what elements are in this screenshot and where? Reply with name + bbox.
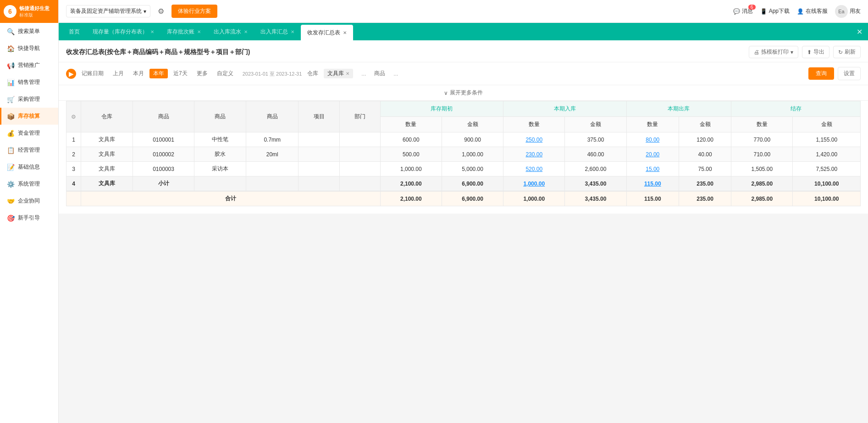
th-bal-amt: 金额 <box>793 117 861 132</box>
row-out-qty[interactable]: 80.00 <box>626 132 679 147</box>
row-goods-spec <box>246 162 299 176</box>
tab-close-icon[interactable]: ✕ <box>150 29 154 34</box>
tab-close-icon[interactable]: ✕ <box>197 29 201 34</box>
sidebar-item-operations[interactable]: 📋 经营管理 <box>0 142 58 159</box>
table-container: ⚙ 仓库 商品 商品 商品 项目 部门 库存期初 本期入库 本期出库 结存 <box>59 101 868 214</box>
row-project <box>299 147 339 162</box>
total-in-qty: 1,000.00 <box>503 191 565 206</box>
sidebar-item-purchase[interactable]: 🛒 采购管理 <box>0 91 58 108</box>
tab-close-icon[interactable]: ✕ <box>244 29 248 34</box>
expand-down-icon: ∨ <box>444 90 448 96</box>
subtotal-out-qty[interactable]: 115.00 <box>626 176 679 192</box>
refresh-button[interactable]: ↻ 刷新 <box>833 46 861 58</box>
sidebar-logo: 6 畅捷通好生意 标准版 <box>0 0 58 23</box>
tab-inventory-dist[interactable]: 现存量（库存分布表） ✕ <box>86 23 160 40</box>
shortcut-last-month[interactable]: 上月 <box>109 69 127 78</box>
tab-in-out-summary-label: 出入库汇总 <box>260 28 288 36</box>
data-table: ⚙ 仓库 商品 商品 商品 项目 部门 库存期初 本期入库 本期出库 结存 <box>66 101 861 206</box>
expand-more-button[interactable]: ∨ 展开更多条件 <box>438 87 488 99</box>
sidebar-item-basic[interactable]: 📝 基础信息 <box>0 159 58 176</box>
operations-icon: 📋 <box>7 147 14 154</box>
row-in-qty[interactable]: 520.00 <box>503 162 565 176</box>
row-goods-code: 0100003 <box>133 162 194 176</box>
page-header: 收发存汇总表(按仓库＋商品编码＋商品＋规格型号＋项目＋部门) 🖨 拣模板打印 ▾… <box>59 40 868 62</box>
tabs-close-all-btn[interactable]: ✕ <box>851 27 868 36</box>
sidebar-item-label: 营销推广 <box>18 61 40 69</box>
row-open-qty: 1,000.00 <box>380 162 442 176</box>
guide-icon: 🎯 <box>7 214 14 222</box>
message-btn[interactable]: 💬 消息 6 <box>733 7 753 15</box>
online-service-label: 在线客服 <box>806 7 828 15</box>
tab-in-out-summary[interactable]: 出入库汇总 ✕ <box>254 23 301 40</box>
expand-bar: ∨ 展开更多条件 <box>59 85 868 101</box>
logo-line1: 畅捷通好生意 <box>19 5 50 12</box>
date-label: 记账日期 <box>82 70 104 77</box>
warehouse-dots[interactable]: ... <box>359 70 369 78</box>
total-bal-amt: 10,100.00 <box>793 191 861 206</box>
row-department <box>339 162 380 176</box>
sidebar-item-guide[interactable]: 🎯 新手引导 <box>0 209 58 226</box>
tab-home[interactable]: 首页 <box>62 23 86 40</box>
row-out-qty[interactable]: 20.00 <box>626 147 679 162</box>
logo-line2: 标准版 <box>19 12 50 18</box>
sidebar-item-label: 资金管理 <box>18 129 40 137</box>
trial-button[interactable]: 体验行业方案 <box>171 5 217 18</box>
row-in-qty[interactable]: 250.00 <box>503 132 565 147</box>
row-out-qty[interactable]: 15.00 <box>626 162 679 176</box>
sidebar-nav: 🔍 搜索菜单 🏠 快捷导航 📢 营销推广 📊 销售管理 🛒 采购管理 📦 库存核… <box>0 23 58 423</box>
row-warehouse: 文具库 <box>81 162 133 176</box>
th-out-qty: 数量 <box>626 117 679 132</box>
shortcut-more[interactable]: 更多 <box>193 69 211 78</box>
marketing-icon: 📢 <box>7 62 14 69</box>
user-label: 用友 <box>850 7 861 15</box>
row-out-amt: 120.00 <box>679 132 731 147</box>
query-button[interactable]: 查询 <box>808 67 834 80</box>
row-out-amt: 40.00 <box>679 147 731 162</box>
export-button[interactable]: ⬆ 导出 <box>802 46 829 58</box>
shortcut-this-year[interactable]: 本年 <box>149 69 168 78</box>
sidebar-item-sales[interactable]: 📊 销售管理 <box>0 74 58 91</box>
subtotal-out-amt: 235.00 <box>679 176 731 192</box>
tab-close-icon[interactable]: ✕ <box>291 29 294 34</box>
total-in-amt: 3,435.00 <box>565 191 626 206</box>
row-in-qty[interactable]: 230.00 <box>503 147 565 162</box>
tab-in-out-flow-label: 出入库流水 <box>214 28 241 36</box>
tab-batch-account[interactable]: 库存批次账 ✕ <box>160 23 207 40</box>
row-no: 3 <box>66 162 81 176</box>
sidebar-item-marketing[interactable]: 📢 营销推广 <box>0 57 58 74</box>
th-warehouse: 仓库 <box>81 101 133 132</box>
sidebar-item-enterprise[interactable]: 🤝 企业协同 <box>0 192 58 209</box>
warehouse-tag: 文具库 ✕ <box>324 69 353 78</box>
message-icon: 💬 <box>733 8 740 15</box>
shortcut-7days[interactable]: 近7天 <box>170 69 191 78</box>
print-label: 拣模板打印 <box>761 48 789 56</box>
subtotal-in-qty[interactable]: 1,000.00 <box>503 176 565 192</box>
gear-icon[interactable]: ⚙ <box>156 5 166 17</box>
tab-in-out-flow[interactable]: 出入库流水 ✕ <box>207 23 254 40</box>
sidebar-item-finance[interactable]: 💰 资金管理 <box>0 125 58 142</box>
row-goods-spec: 20ml <box>246 147 299 162</box>
sidebar-item-search[interactable]: 🔍 搜索菜单 <box>0 23 58 40</box>
tab-close-icon[interactable]: ✕ <box>343 30 347 35</box>
chevron-down-icon: ▾ <box>791 49 793 55</box>
filter-bar: ▶ 记账日期 上月 本月 本年 近7天 更多 自定义 2023-01-01 至 … <box>59 62 868 85</box>
tab-receive-send-summary[interactable]: 收发存汇总表 ✕ <box>301 25 353 40</box>
shortcut-this-month[interactable]: 本月 <box>129 69 148 78</box>
print-button[interactable]: 🖨 拣模板打印 ▾ <box>749 46 798 58</box>
th-bal-qty: 数量 <box>731 117 793 132</box>
sidebar-item-system[interactable]: ⚙️ 系统管理 <box>0 176 58 192</box>
online-service-btn[interactable]: 👤 在线客服 <box>797 7 828 15</box>
user-btn[interactable]: Ea 用友 <box>835 5 861 18</box>
subtotal-label: 小计 <box>133 176 194 192</box>
app-download-btn[interactable]: 📱 App下载 <box>760 7 790 15</box>
sidebar-item-quick-nav[interactable]: 🏠 快捷导航 <box>0 40 58 57</box>
system-name-dropdown[interactable]: 装备及固定资产辅助管理系统 ▾ <box>66 5 150 17</box>
sidebar-item-inventory[interactable]: 📦 库存核算 <box>0 108 58 125</box>
table-row: 1 文具库 0100001 中性笔 0.7mm 600.00 900.00 25… <box>66 132 861 147</box>
shortcut-custom[interactable]: 自定义 <box>213 69 237 78</box>
warehouse-tag-close[interactable]: ✕ <box>346 71 349 76</box>
filter-collapse-button[interactable]: ▶ <box>66 69 76 79</box>
filter-settings-button[interactable]: 设置 <box>838 67 861 80</box>
goods-dots[interactable]: ... <box>391 70 401 78</box>
table-settings-col[interactable]: ⚙ <box>66 101 81 132</box>
